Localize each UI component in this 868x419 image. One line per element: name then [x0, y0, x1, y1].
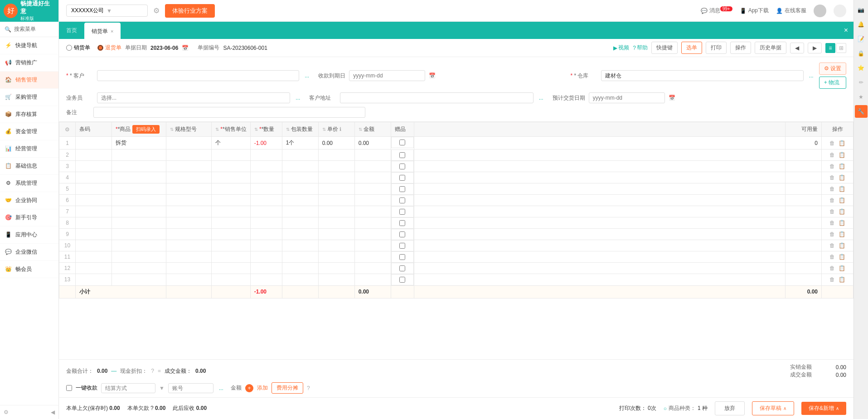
row-gift[interactable] — [391, 251, 414, 263]
sidebar-search[interactable]: 🔍 搜索菜单 — [0, 22, 58, 37]
account-dots[interactable]: ... — [219, 385, 223, 391]
gift-checkbox[interactable] — [399, 186, 405, 192]
right-icon-2[interactable]: 🔔 — [855, 18, 868, 31]
gift-checkbox[interactable] — [399, 152, 405, 158]
avatar2[interactable] — [834, 5, 846, 17]
row-amount[interactable] — [354, 263, 391, 274]
row-pack[interactable] — [282, 229, 318, 240]
delete-icon[interactable]: 🗑 — [829, 276, 835, 283]
row-price[interactable] — [318, 161, 354, 172]
row-barcode[interactable] — [76, 195, 112, 206]
row-price[interactable] — [318, 251, 354, 263]
tab-close-main-icon[interactable]: × — [844, 26, 848, 34]
delete-icon[interactable]: 🗑 — [829, 186, 835, 192]
row-gift[interactable] — [391, 161, 414, 172]
row-spec[interactable] — [166, 274, 212, 286]
row-barcode[interactable] — [76, 217, 112, 229]
payment-due-cal-icon[interactable]: 📅 — [429, 72, 436, 79]
delete-icon[interactable]: 🗑 — [829, 140, 835, 146]
delete-icon[interactable]: 🗑 — [829, 174, 835, 181]
row-price[interactable] — [318, 240, 354, 251]
row-spec[interactable] — [166, 263, 212, 274]
gift-checkbox[interactable] — [399, 220, 405, 226]
delete-icon[interactable]: 🗑 — [829, 254, 835, 260]
save-new-chevron[interactable]: ∧ — [836, 406, 839, 411]
row-unit[interactable] — [212, 149, 251, 161]
row-gift[interactable] — [391, 149, 414, 161]
logistics-button[interactable]: + 物流 — [819, 77, 846, 89]
gift-checkbox[interactable] — [399, 140, 405, 145]
row-qty[interactable] — [250, 229, 282, 240]
row-barcode[interactable] — [76, 274, 112, 286]
remark-input[interactable] — [93, 107, 365, 118]
expected-date-input[interactable] — [589, 92, 665, 103]
row-amount[interactable] — [354, 206, 391, 217]
row-unit[interactable] — [212, 274, 251, 286]
row-amount[interactable] — [354, 149, 391, 161]
row-spec[interactable] — [166, 161, 212, 172]
abandon-btn[interactable]: 放弃 — [715, 401, 745, 415]
row-amount[interactable] — [354, 274, 391, 286]
online-service-item[interactable]: 👤 在线客服 — [776, 7, 806, 14]
row-unit[interactable] — [212, 240, 251, 251]
row-pack[interactable] — [282, 195, 318, 206]
radio-sale[interactable]: 销货单 — [66, 44, 90, 52]
row-pack[interactable] — [282, 240, 318, 251]
row-qty[interactable] — [250, 217, 282, 229]
tab-home[interactable]: 首页 — [59, 22, 84, 39]
sidebar-item-finance[interactable]: 💰 资金管理 — [0, 123, 58, 140]
sidebar-item-wechat[interactable]: 💬 企业微信 — [0, 244, 58, 261]
gift-checkbox[interactable] — [399, 243, 405, 249]
company-selector[interactable]: XXXXXX公司 ▼ — [66, 5, 148, 17]
row-price[interactable] — [318, 206, 354, 217]
row-gift[interactable] — [391, 172, 414, 183]
avatar[interactable] — [814, 5, 826, 17]
gift-checkbox[interactable] — [399, 277, 405, 283]
delete-icon[interactable]: 🗑 — [829, 163, 835, 169]
history-btn[interactable]: 历史单据 — [755, 42, 786, 54]
view-btn-grid[interactable]: ⊞ — [836, 43, 846, 53]
row-amount[interactable] — [354, 172, 391, 183]
row-unit[interactable] — [212, 195, 251, 206]
customer-input[interactable] — [97, 70, 299, 81]
row-product[interactable] — [112, 263, 166, 274]
gift-checkbox[interactable] — [399, 265, 405, 271]
row-barcode[interactable] — [76, 137, 112, 149]
row-barcode[interactable] — [76, 251, 112, 263]
sidebar-item-quicknav[interactable]: ⚡ 快捷导航 — [0, 37, 58, 54]
row-gift[interactable] — [391, 274, 414, 285]
copy-icon[interactable]: 📋 — [839, 174, 845, 181]
delete-icon[interactable]: 🗑 — [829, 242, 835, 249]
row-gift[interactable] — [391, 195, 414, 206]
row-barcode[interactable] — [76, 206, 112, 217]
row-price[interactable] — [318, 263, 354, 274]
row-price[interactable] — [318, 172, 354, 183]
row-product[interactable] — [112, 195, 166, 206]
payment-due-input[interactable] — [349, 70, 425, 81]
row-spec[interactable] — [166, 251, 212, 263]
view-btn-list[interactable]: ≡ — [825, 43, 835, 53]
settings-gear-icon[interactable]: ⚙ — [4, 409, 9, 415]
row-pack[interactable]: 1个 — [282, 137, 318, 149]
row-spec[interactable] — [166, 195, 212, 206]
right-icon-7[interactable]: ★ — [855, 91, 868, 103]
right-icon-8[interactable]: 🔧 — [855, 105, 868, 118]
row-barcode[interactable] — [76, 263, 112, 274]
row-product[interactable] — [112, 183, 166, 195]
delete-icon[interactable]: 🗑 — [829, 208, 835, 215]
discount-help-icon[interactable]: ? — [151, 368, 154, 374]
row-price[interactable] — [318, 149, 354, 161]
sidebar-item-business[interactable]: 📊 经营管理 — [0, 140, 58, 158]
row-barcode[interactable] — [76, 240, 112, 251]
row-product[interactable] — [112, 172, 166, 183]
sidebar-item-guide[interactable]: 🎯 新手引导 — [0, 209, 58, 226]
row-spec[interactable] — [166, 183, 212, 195]
warehouse-input[interactable] — [601, 70, 803, 81]
row-gift[interactable] — [391, 206, 414, 217]
row-product[interactable] — [112, 251, 166, 263]
gift-checkbox[interactable] — [399, 209, 405, 215]
copy-icon[interactable]: 📋 — [839, 231, 845, 237]
row-pack[interactable] — [282, 263, 318, 274]
row-amount[interactable] — [354, 251, 391, 263]
row-qty[interactable] — [250, 263, 282, 274]
